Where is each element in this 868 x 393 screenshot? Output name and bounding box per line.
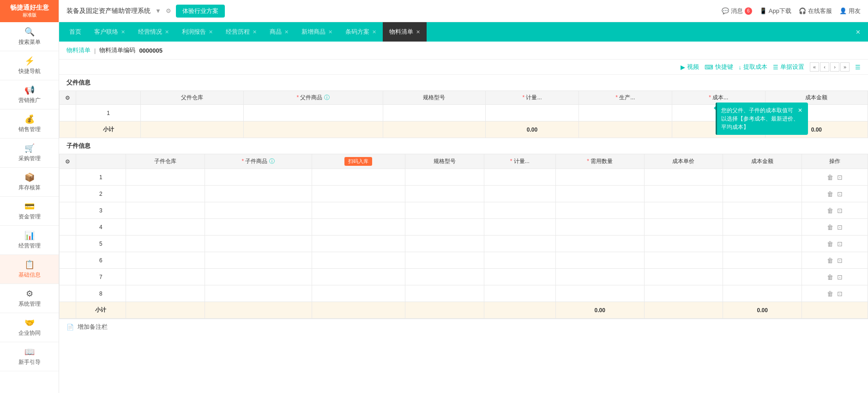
tab-close-profit[interactable]: ✕ [209, 29, 213, 35]
child-subtotal-label: 小计 [76, 302, 126, 319]
view-button[interactable]: ▶ 视频 [681, 63, 699, 71]
parent-col-unit: * 计量... [486, 91, 579, 105]
breadcrumb-link[interactable]: 物料清单 [66, 46, 90, 54]
tab-close-bom[interactable]: ✕ [416, 29, 420, 35]
list-view-button[interactable]: ☰ [855, 64, 861, 71]
add-note-label[interactable]: 增加备注栏 [78, 323, 108, 331]
copy-icon[interactable]: ⊡ [837, 273, 843, 281]
delete-icon[interactable]: 🗑 [827, 174, 833, 181]
sidebar-item-system[interactable]: ⚙系统管理 [0, 284, 59, 313]
app-download-button[interactable]: 📱 App下载 [760, 7, 791, 15]
tab-goods[interactable]: 商品✕ [263, 22, 295, 42]
parent-col-settings[interactable]: ⚙ [60, 91, 76, 105]
sidebar-item-enterprise[interactable]: 🤝企业协同 [0, 313, 59, 342]
doc-code: 0000005 [139, 47, 163, 54]
online-service-button[interactable]: 🎧 在线客服 [799, 7, 832, 15]
play-icon: ▶ [681, 64, 685, 71]
child-col-settings[interactable]: ⚙ [60, 154, 76, 169]
delete-icon[interactable]: 🗑 [827, 224, 833, 231]
sidebar-item-inventory[interactable]: 📦库存核算 [0, 168, 59, 197]
copy-icon[interactable]: ⊡ [837, 257, 843, 264]
scan-input-button[interactable]: 扫码入库 [344, 157, 372, 166]
message-button[interactable]: 💬 消息 6 [722, 7, 752, 15]
child-col-unit-cost: 成本单价 [644, 154, 723, 169]
basic-info-icon: 📋 [24, 260, 35, 270]
sidebar-item-basic-info[interactable]: 📋基础信息 [0, 255, 59, 284]
copy-icon[interactable]: ⊡ [837, 240, 843, 248]
tab-history[interactable]: 经营历程✕ [219, 22, 263, 42]
bottom-bar: 📄 增加备注栏 [59, 319, 868, 335]
sidebar-label-guide: 新手引导 [18, 358, 41, 366]
app-subtitle: 标准版 [23, 12, 36, 18]
tab-close-goods[interactable]: ✕ [284, 29, 289, 35]
tab-close-history[interactable]: ✕ [253, 29, 257, 35]
topbar-left: 装备及固定资产辅助管理系统 ▼ ⚙ 体验行业方案 [66, 5, 225, 18]
app-logo: 畅捷通好生意 标准版 [0, 0, 59, 22]
tooltip-text: 您的父件、子件的成本取值可以选择【参考成本、最新进价、平均成本】 [721, 107, 799, 130]
copy-icon[interactable]: ⊡ [837, 174, 843, 181]
tab-business[interactable]: 经营情况✕ [132, 22, 175, 42]
tab-customers[interactable]: 客户联络✕ [88, 22, 132, 42]
shortcut-button[interactable]: ⌨ 快捷键 [705, 63, 733, 71]
child-col-warehouse: 子件仓库 [126, 154, 205, 169]
experience-button[interactable]: 体验行业方案 [176, 5, 225, 18]
copy-icon[interactable]: ⊡ [837, 207, 843, 214]
search-icon: 🔍 [24, 27, 35, 37]
sidebar-item-quick-nav[interactable]: ⚡快捷导航 [0, 51, 59, 80]
tab-profit[interactable]: 利润报告✕ [175, 22, 219, 42]
settings-button[interactable]: ☰ 单据设置 [773, 63, 804, 71]
tab-label-customers: 客户联络 [94, 28, 118, 36]
copy-icon[interactable]: ⊡ [837, 290, 843, 297]
table-row: 4 🗑 ⊡ [60, 219, 868, 236]
delete-icon[interactable]: 🗑 [827, 257, 833, 264]
tab-bom[interactable]: 物料清单✕ [383, 22, 427, 42]
tab-label-home: 首页 [69, 28, 81, 36]
sidebar-item-marketing[interactable]: 📢营销推广 [0, 80, 59, 109]
close-all-tabs[interactable]: ✕ [852, 29, 864, 36]
cost-button[interactable]: ↓ 提取成本 [739, 63, 768, 71]
delete-icon[interactable]: 🗑 [827, 273, 833, 281]
sidebar-item-purchase[interactable]: 🛒采购管理 [0, 139, 59, 168]
sidebar-label-finance: 资金管理 [18, 213, 41, 221]
system-name: 装备及固定资产辅助管理系统 [66, 7, 151, 15]
sidebar-item-sales[interactable]: 💰销售管理 [0, 109, 59, 139]
child-table: ⚙ 子件仓库 * 子件商品 ⓘ 扫码入库 规格型号 * 计量... * 需用数量… [59, 154, 868, 319]
page-navigation: « ‹ › » [810, 62, 850, 72]
sidebar-label-system: 系统管理 [18, 300, 41, 308]
doc-settings-icon: ☰ [773, 64, 778, 71]
tab-home[interactable]: 首页 [63, 22, 88, 42]
tab-barcode[interactable]: 条码方案✕ [339, 22, 383, 42]
tab-close-business[interactable]: ✕ [165, 29, 169, 35]
sidebar-item-search[interactable]: 🔍搜索菜单 [0, 22, 59, 51]
copy-icon[interactable]: ⊡ [837, 224, 843, 231]
delete-icon[interactable]: 🗑 [827, 207, 833, 214]
delete-icon[interactable]: 🗑 [827, 290, 833, 297]
nav-tabs: 首页客户联络✕经营情况✕利润报告✕经营历程✕商品✕新增商品✕条码方案✕物料清单✕… [59, 22, 868, 42]
tooltip-close-icon[interactable]: ✕ [798, 106, 802, 115]
child-section-title: 子件信息 [59, 138, 868, 154]
tab-close-barcode[interactable]: ✕ [372, 29, 376, 35]
last-page-button[interactable]: » [840, 62, 850, 72]
copy-icon[interactable]: ⊡ [837, 190, 843, 198]
sidebar-item-finance[interactable]: 💳资金管理 [0, 197, 59, 226]
tab-new_goods[interactable]: 新增商品✕ [295, 22, 339, 42]
guide-icon: 📖 [24, 347, 35, 357]
sidebar-item-guide[interactable]: 📖新手引导 [0, 342, 59, 371]
extract-icon: ↓ [739, 64, 742, 71]
sidebar-item-operations[interactable]: 📊经营管理 [0, 226, 59, 255]
cost-tooltip: ✕ 您的父件、子件的成本取值可以选择【参考成本、最新进价、平均成本】 [716, 103, 808, 135]
next-page-button[interactable]: › [830, 62, 839, 72]
tab-close-customers[interactable]: ✕ [121, 29, 125, 35]
sidebar-label-sales: 销售管理 [18, 126, 41, 133]
first-page-button[interactable]: « [810, 62, 819, 72]
child-subtotal-qty: 0.00 [555, 302, 644, 319]
prev-page-button[interactable]: ‹ [820, 62, 829, 72]
main-content: 装备及固定资产辅助管理系统 ▼ ⚙ 体验行业方案 💬 消息 6 📱 App下载 … [59, 0, 868, 393]
user-menu[interactable]: 👤 用友 [839, 7, 861, 15]
tab-close-new_goods[interactable]: ✕ [328, 29, 332, 35]
sidebar-label-inventory: 库存核算 [18, 184, 41, 192]
settings-icon[interactable]: ⚙ [166, 7, 171, 14]
delete-icon[interactable]: 🗑 [827, 240, 833, 248]
delete-icon[interactable]: 🗑 [827, 190, 833, 198]
inventory-icon: 📦 [24, 172, 35, 182]
